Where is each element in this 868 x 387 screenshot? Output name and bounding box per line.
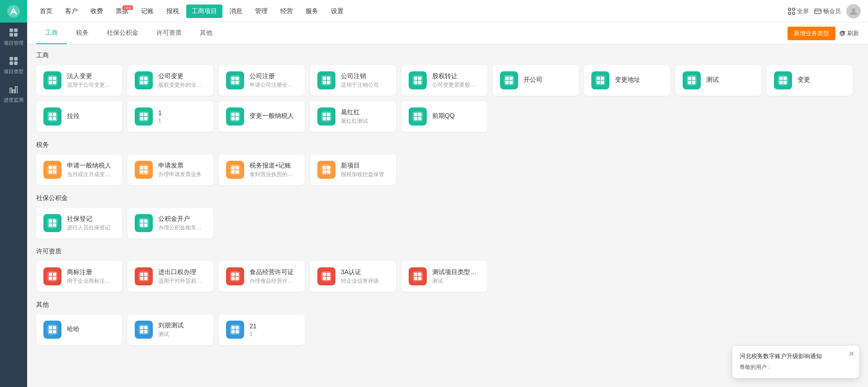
svg-rect-33	[327, 77, 330, 80]
card-company-register[interactable]: 公司注册 申请公司注册全流程	[219, 65, 305, 96]
card-name-liupengtest: 刘朋测试	[158, 322, 206, 330]
fullscreen-button[interactable]: 全屏	[788, 7, 809, 15]
card-name-social-insurance: 社保登记	[67, 215, 115, 223]
section-title-xuke: 许可资质	[36, 247, 859, 256]
card-liupengtest[interactable]: 刘朋测试 测试	[127, 314, 213, 345]
card-desc-test-category: 测试	[432, 277, 480, 285]
user-avatar[interactable]	[846, 4, 861, 19]
svg-rect-140	[418, 277, 421, 280]
card-icon-change-address	[591, 71, 609, 89]
tab-qita[interactable]: 其他	[191, 23, 222, 44]
cards-grid-gongshang: 法人变更 适用于公司变更法人 公司变更 股权变更外的业务变更 公司注册 申请公司…	[36, 65, 859, 132]
nav-industry[interactable]: 工商项目	[186, 5, 222, 18]
svg-rect-77	[323, 113, 326, 116]
card-name-provident-fund: 公积金开户	[158, 215, 206, 223]
sidebar-logo[interactable]	[0, 0, 27, 23]
nav-settings[interactable]: 设置	[326, 5, 349, 18]
nav-billing[interactable]: 收费	[85, 5, 108, 18]
sidebar-item-project-management[interactable]: 项目管理	[0, 23, 27, 51]
card-change-address[interactable]: 变更地址	[584, 65, 670, 96]
card-social-insurance[interactable]: 社保登记 进行人员社保登记	[36, 208, 122, 238]
card-company-cancel[interactable]: 公司注销 适用于注销公司	[310, 65, 396, 96]
nav-home[interactable]: 首页	[34, 5, 58, 18]
nav-management[interactable]: 管理	[250, 5, 273, 18]
card-new-project[interactable]: 新项目 报税加税控盘保管	[310, 154, 396, 185]
card-company-change[interactable]: 公司变更 股权变更外的业务变更	[127, 65, 213, 96]
card-trademark[interactable]: 商标注册 用于企业商标注册服务	[36, 261, 122, 292]
svg-rect-7	[9, 61, 13, 65]
card-desc-liupengtest: 测试	[158, 331, 206, 338]
nav-service[interactable]: 服务	[300, 5, 324, 18]
card-test-category[interactable]: 测试项目类型目定义 测试	[401, 261, 487, 292]
nav-accounting[interactable]: 记账	[136, 5, 159, 18]
card-desc-apply-invoice: 办理申请发票业务	[158, 171, 206, 178]
card-twentyone[interactable]: 21 1	[219, 314, 305, 345]
svg-rect-93	[144, 166, 147, 169]
card-one[interactable]: 1 1	[127, 101, 213, 132]
nav-messages[interactable]: 消息	[224, 5, 248, 18]
new-type-button[interactable]: 新增业务类型	[788, 27, 835, 40]
nav-customer[interactable]: 客户	[60, 5, 83, 18]
tab-xuke[interactable]: 许可资质	[147, 23, 191, 44]
svg-rect-135	[327, 277, 330, 280]
card-3a-cert[interactable]: 3A认证 对企业信誉评级	[310, 261, 396, 292]
card-equity-transfer[interactable]: 股权转让 公司变更需要股权转让	[401, 65, 487, 96]
card-icon-company-change	[135, 71, 153, 89]
card-test1[interactable]: 测试	[675, 65, 761, 96]
card-food-license[interactable]: 食品经营许可证 办理食品经营许可证	[219, 261, 305, 292]
card-change-taxpayer[interactable]: 变更一般纳税人	[219, 101, 305, 132]
card-icon-food-license	[226, 267, 244, 285]
sidebar-item-project-type[interactable]: 项目类型	[0, 51, 27, 79]
svg-rect-52	[688, 77, 691, 80]
svg-rect-19	[49, 81, 52, 84]
card-desc-food-license: 办理食品经营许可证	[250, 277, 297, 285]
card-lala[interactable]: 拉拉	[36, 101, 122, 132]
svg-rect-153	[236, 326, 239, 329]
nav-operation[interactable]: 经营	[275, 5, 298, 18]
card-haha[interactable]: 哈哈	[36, 314, 122, 345]
nav-tickets[interactable]: 票据 new	[110, 5, 134, 18]
card-icon-company-cancel	[317, 71, 335, 89]
card-apply-taxpayer[interactable]: 申请一般纳税人 当月或次月成变更完成	[36, 154, 122, 185]
svg-rect-87	[49, 166, 52, 169]
tab-shebao[interactable]: 社保公积金	[98, 23, 147, 44]
card-desc-new-project: 报税加税控盘保管	[341, 171, 389, 178]
svg-rect-92	[140, 166, 143, 169]
member-button[interactable]: 畅会员	[814, 7, 841, 15]
svg-rect-118	[53, 273, 56, 276]
card-tax-report-account[interactable]: 税务报道+记账 拿到营业执照的新公司	[219, 154, 305, 185]
svg-rect-127	[231, 273, 235, 276]
svg-rect-132	[323, 273, 326, 276]
card-icon-legal-change	[43, 71, 61, 89]
card-legal-change[interactable]: 法人变更 适用于公司变更法人	[36, 65, 122, 96]
svg-rect-90	[53, 170, 56, 173]
card-gehonghong[interactable]: 葛红红 葛红红测试	[310, 101, 396, 132]
notification-close-button[interactable]: ✕	[849, 350, 854, 358]
card-desc-import-export: 适用于对外贸易经营者	[158, 277, 206, 285]
card-icon-open-company	[500, 71, 518, 89]
svg-point-0	[7, 5, 20, 18]
tab-gongshang[interactable]: 工商	[36, 23, 67, 44]
svg-rect-60	[783, 81, 787, 84]
card-desc-twentyone: 1	[250, 331, 297, 337]
sidebar-item-progress-monitor[interactable]: 进度监测	[0, 79, 27, 108]
card-open-company[interactable]: 开公司	[493, 65, 579, 96]
card-pre-qq[interactable]: 前期QQ	[401, 101, 487, 132]
card-name-apply-taxpayer: 申请一般纳税人	[67, 162, 115, 170]
refresh-button[interactable]: 刷新	[839, 29, 859, 37]
svg-rect-108	[53, 219, 56, 223]
card-provident-fund[interactable]: 公积金开户 办理公积金相关业务	[127, 208, 213, 238]
tab-shuiwu[interactable]: 税务	[67, 23, 98, 44]
card-icon-social-insurance	[43, 214, 61, 232]
svg-rect-38	[418, 77, 421, 80]
svg-rect-6	[14, 57, 18, 61]
svg-rect-39	[414, 81, 417, 84]
card-import-export[interactable]: 进出口权办理 适用于对外贸易经营者	[127, 261, 213, 292]
card-name-tax-report-account: 税务报道+记账	[250, 162, 297, 170]
nav-tax-report[interactable]: 报税	[161, 5, 184, 18]
card-change1[interactable]: 变更	[767, 65, 853, 96]
card-apply-invoice[interactable]: 申请发票 办理申请发票业务	[127, 154, 213, 185]
card-name-lala: 拉拉	[67, 112, 115, 120]
svg-rect-47	[597, 77, 600, 80]
svg-rect-18	[53, 77, 56, 80]
